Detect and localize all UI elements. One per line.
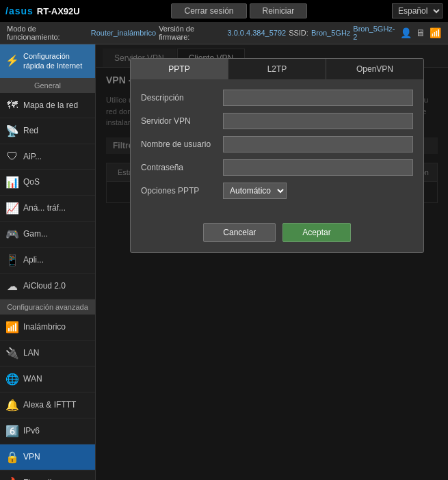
sidebar-item-gaming[interactable]: 🎮 Gam...: [0, 222, 95, 248]
select-opciones-pptp[interactable]: Automático MPPE 128 MPPE 40 Sin cifrado: [223, 183, 287, 199]
modal-actions: Cancelar Aceptar: [131, 216, 423, 252]
aiprotection-icon: 🛡: [5, 150, 19, 163]
sidebar-item-vpn[interactable]: 🔒 VPN: [0, 444, 95, 470]
sidebar-item-firewall[interactable]: 🔥 Firewall: [0, 470, 95, 480]
mapa-red-icon: 🗺: [5, 99, 19, 111]
sidebar: ⚡ Configuración rápida de Internet Gener…: [0, 44, 96, 480]
logo-model: RT-AX92U: [37, 6, 80, 16]
main-layout: ⚡ Configuración rápida de Internet Gener…: [0, 44, 448, 480]
ssid-label: SSID:: [289, 29, 308, 37]
sidebar-item-aiprotection[interactable]: 🛡 AiP...: [0, 144, 95, 170]
logo: /asus RT-AX92U: [5, 5, 80, 16]
sidebar-item-label: Aná... tráf...: [23, 203, 66, 213]
language-selector[interactable]: Español: [392, 3, 443, 18]
top-bar: /asus RT-AX92U Cerrar sesión Reiniciar E…: [0, 0, 448, 22]
modal-overlay: PPTP L2TP OpenVPN Descripción Servidor V…: [96, 44, 448, 480]
label-contrasena: Contraseña: [141, 163, 223, 172]
info-bar: Modo de funcionamiento: Router_inalámbri…: [0, 22, 448, 44]
quick-setup-icon: ⚡: [5, 54, 19, 68]
sidebar-item-aicloud[interactable]: ☁ AiCloud 2.0: [0, 274, 95, 299]
mode-label: Modo de funcionamiento:: [7, 25, 88, 41]
label-usuario: Nombre de usuario: [141, 139, 223, 149]
language-dropdown[interactable]: Español: [392, 3, 443, 18]
sidebar-item-lan[interactable]: 🔌 LAN: [0, 341, 95, 366]
vpn-profile-modal: PPTP L2TP OpenVPN Descripción Servidor V…: [130, 58, 424, 253]
alexa-icon: 🔔: [5, 399, 19, 412]
restart-button[interactable]: Reiniciar: [250, 3, 308, 18]
aplicaciones-icon: 📱: [5, 254, 19, 267]
firewall-icon: 🔥: [5, 477, 19, 480]
sidebar-item-label: WAN: [23, 374, 42, 384]
sidebar-item-analisis[interactable]: 📈 Aná... tráf...: [0, 196, 95, 222]
modal-body: Descripción Servidor VPN Nombre de usuar…: [131, 79, 423, 216]
modal-tab-l2tp[interactable]: L2TP: [228, 59, 326, 79]
sidebar-item-qos[interactable]: 📊 QoS: [0, 170, 95, 196]
logout-button[interactable]: Cerrar sesión: [171, 3, 246, 18]
ssid-2g[interactable]: Bron_5GHz: [311, 29, 350, 37]
wan-icon: 🌐: [5, 373, 19, 386]
qos-icon: 📊: [5, 176, 19, 189]
modal-tab-pptp[interactable]: PPTP: [131, 59, 228, 79]
input-descripcion[interactable]: [223, 90, 413, 106]
sidebar-item-label: VPN: [23, 452, 40, 462]
field-descripcion: Descripción: [141, 90, 413, 106]
signal-icon: 📶: [430, 27, 441, 38]
user-icon: 👤: [400, 27, 412, 38]
sidebar-item-label: Mapa de la red: [23, 101, 78, 110]
input-contrasena[interactable]: [223, 159, 413, 176]
analisis-icon: 📈: [5, 202, 19, 215]
sidebar-item-inalambrico[interactable]: 📶 Inalámbrico: [0, 315, 95, 341]
info-icons: 👤 🖥 📶: [400, 27, 441, 38]
input-usuario[interactable]: [223, 136, 413, 152]
red-icon: 📡: [5, 124, 19, 137]
modal-tabs: PPTP L2TP OpenVPN: [131, 59, 423, 79]
sidebar-item-aplicaciones[interactable]: 📱 Apli...: [0, 248, 95, 274]
sidebar-item-ipv6[interactable]: 6️⃣ IPv6: [0, 418, 95, 444]
fw-value[interactable]: 3.0.0.4.384_5792: [228, 29, 287, 37]
ssid-5g[interactable]: Bron_5GHz-2: [353, 25, 397, 41]
sidebar-general-section: General: [0, 78, 95, 93]
field-opciones-pptp: Opciones PPTP Automático MPPE 128 MPPE 4…: [141, 183, 413, 199]
input-servidor-vpn[interactable]: [223, 113, 413, 129]
sidebar-quick-setup[interactable]: ⚡ Configuración rápida de Internet: [0, 44, 95, 78]
inalambrico-icon: 📶: [5, 321, 19, 334]
sidebar-advanced-section: Configuración avanzada: [0, 299, 95, 315]
sidebar-item-label: AiP...: [23, 152, 42, 161]
vpn-icon: 🔒: [5, 451, 19, 464]
monitor-icon: 🖥: [416, 27, 425, 38]
sidebar-item-red[interactable]: 📡 Red: [0, 118, 95, 144]
fw-label: Versión de firmware:: [159, 25, 224, 41]
sidebar-item-label: IPv6: [23, 426, 40, 436]
field-usuario: Nombre de usuario: [141, 136, 413, 152]
label-servidor-vpn: Servidor VPN: [141, 116, 223, 126]
sidebar-item-mapa-red[interactable]: 🗺 Mapa de la red: [0, 93, 95, 118]
label-opciones-pptp: Opciones PPTP: [141, 186, 223, 196]
sidebar-item-label: Gam...: [23, 229, 48, 239]
sidebar-item-alexa[interactable]: 🔔 Alexa & IFTTT: [0, 392, 95, 418]
content-area: Servidor VPN Cliente VPN VPN - Cliente V…: [96, 44, 448, 480]
sidebar-item-label: Inalámbrico: [23, 322, 66, 332]
field-contrasena: Contraseña: [141, 159, 413, 176]
sidebar-item-label: LAN: [23, 348, 39, 358]
ipv6-icon: 6️⃣: [5, 425, 19, 438]
logo-asus: /asus: [5, 5, 34, 16]
mode-value[interactable]: Router_inalámbrico: [91, 29, 156, 37]
label-descripcion: Descripción: [141, 93, 223, 103]
sidebar-item-label: Alexa & IFTTT: [23, 400, 76, 410]
aicloud-icon: ☁: [5, 280, 19, 293]
sidebar-item-wan[interactable]: 🌐 WAN: [0, 366, 95, 392]
sidebar-item-label: Apli...: [23, 255, 44, 265]
sidebar-quick-label: Configuración rápida de Internet: [23, 51, 90, 71]
lan-icon: 🔌: [5, 347, 19, 360]
modal-cancel-button[interactable]: Cancelar: [203, 223, 276, 242]
sidebar-item-label: Red: [23, 126, 38, 135]
sidebar-item-label: QoS: [23, 177, 40, 187]
modal-accept-button[interactable]: Aceptar: [282, 223, 350, 242]
top-buttons: Cerrar sesión Reiniciar: [87, 3, 392, 18]
field-servidor-vpn: Servidor VPN: [141, 113, 413, 129]
modal-tab-openvpn[interactable]: OpenVPN: [326, 59, 423, 79]
sidebar-item-label: AiCloud 2.0: [23, 281, 66, 291]
gaming-icon: 🎮: [5, 228, 19, 241]
